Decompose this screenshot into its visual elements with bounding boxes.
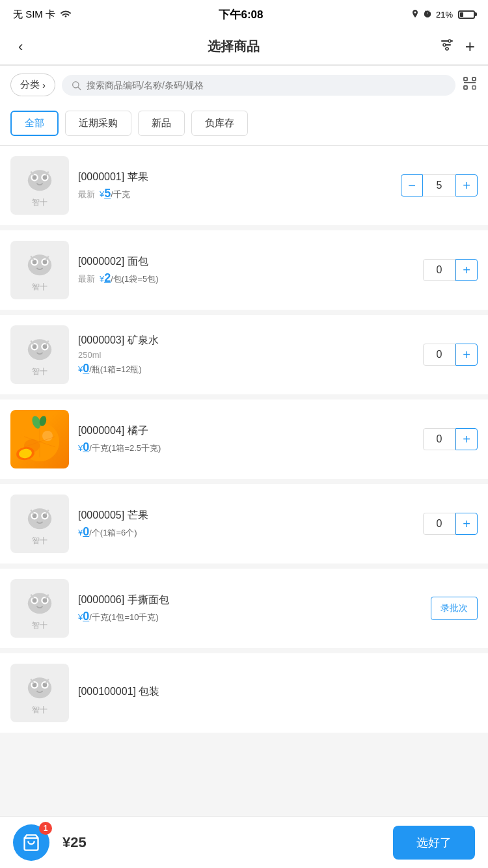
bottom-bar: 1 ¥25 选好了 (0, 816, 488, 868)
alarm-icon (423, 10, 432, 19)
battery-icon (458, 10, 475, 19)
qty-input-0000003[interactable] (423, 344, 455, 366)
search-input[interactable] (87, 80, 446, 90)
tab-negative[interactable]: 负库存 (191, 111, 248, 136)
brand-text-6: 智十 (32, 620, 47, 631)
owl-icon (23, 163, 56, 195)
qty-minus-0000001[interactable]: − (401, 174, 423, 197)
cart-button[interactable]: 1 (13, 824, 49, 861)
nav-right-buttons: + (439, 36, 475, 57)
qty-control-0000004: + (423, 428, 478, 450)
svg-point-1 (443, 44, 446, 46)
qty-input-0000001[interactable] (423, 174, 455, 197)
add-button[interactable]: + (465, 36, 475, 57)
svg-rect-5 (464, 77, 467, 81)
owl-icon-6 (23, 586, 56, 618)
product-name-000100001: [000100001] 包装 (78, 685, 478, 699)
brand-text-3: 智十 (32, 366, 47, 377)
product-info-0000006: [0000006] 手撕面包 ¥0/千克(1包=10千克) (78, 593, 422, 623)
brand-text-7: 智十 (32, 705, 47, 716)
product-image-0000004 (10, 410, 69, 468)
product-image-0000003: 智十 (10, 325, 69, 384)
product-info-0000005: [0000005] 芒果 ¥0/个(1箱=6个) (78, 509, 414, 539)
category-chevron: › (42, 79, 46, 90)
product-image-0000006: 智十 (10, 579, 69, 638)
product-price-0000002: 最新 ¥2/包(1袋=5包) (78, 271, 414, 285)
status-right: 21% (411, 10, 475, 20)
batch-button-0000006[interactable]: 录批次 (431, 597, 478, 620)
product-name-0000001: [0000001] 苹果 (78, 170, 392, 184)
product-info-0000004: [0000004] 橘子 ¥0/千克(1箱=2.5千克) (78, 424, 414, 454)
scan-button[interactable] (462, 75, 478, 94)
orange-image (14, 413, 66, 465)
product-price-0000004: ¥0/千克(1箱=2.5千克) (78, 441, 414, 454)
product-name-0000002: [0000002] 面包 (78, 255, 414, 269)
svg-line-4 (78, 87, 81, 90)
product-name-0000005: [0000005] 芒果 (78, 509, 414, 522)
battery-fill (460, 12, 463, 17)
svg-point-31 (42, 431, 53, 441)
product-spec-0000003: 250ml (78, 350, 414, 360)
product-item-0000005: 智十 [0000005] 芒果 ¥0/个(1箱=6个) + (0, 484, 488, 569)
tab-new[interactable]: 新品 (138, 111, 185, 136)
filter-button[interactable] (439, 37, 455, 57)
qty-plus-0000005[interactable]: + (455, 513, 478, 535)
scan-icon (462, 75, 478, 91)
qty-control-0000005: + (423, 513, 478, 535)
product-price-0000003: ¥0/瓶(1箱=12瓶) (78, 362, 414, 375)
svg-point-2 (446, 47, 448, 50)
total-price: ¥25 (62, 834, 380, 851)
qty-control-0000003: + (423, 344, 478, 366)
owl-placeholder-7: 智十 (23, 670, 56, 716)
product-item-0000003: 智十 [0000003] 矿泉水 250ml ¥0/瓶(1箱=12瓶) + (0, 315, 488, 400)
qty-input-0000005[interactable] (423, 513, 455, 535)
product-info-0000002: [0000002] 面包 最新 ¥2/包(1袋=5包) (78, 255, 414, 285)
product-item-0000004: [0000004] 橘子 ¥0/千克(1箱=2.5千克) + (0, 400, 488, 484)
owl-placeholder-2: 智十 (23, 247, 56, 293)
location-icon (411, 10, 419, 19)
product-name-0000004: [0000004] 橘子 (78, 424, 414, 438)
confirm-button[interactable]: 选好了 (393, 826, 475, 860)
product-name-0000006: [0000006] 手撕面包 (78, 593, 422, 607)
product-price-0000005: ¥0/个(1箱=6个) (78, 525, 414, 539)
back-button[interactable]: ‹ (13, 33, 28, 61)
category-button[interactable]: 分类 › (10, 74, 55, 96)
filter-row: 分类 › (0, 66, 488, 104)
owl-icon-7 (23, 670, 56, 703)
owl-placeholder-6: 智十 (23, 586, 56, 631)
tab-all[interactable]: 全部 (10, 111, 59, 136)
qty-control-0000001: − + (401, 174, 478, 197)
qty-plus-0000003[interactable]: + (455, 344, 478, 366)
tab-recent[interactable]: 近期采购 (65, 111, 131, 136)
qty-input-0000004[interactable] (423, 428, 455, 450)
product-info-0000001: [0000001] 苹果 最新 ¥5/千克 (78, 170, 392, 200)
product-image-0000002: 智十 (10, 241, 69, 299)
product-price-0000001: 最新 ¥5/千克 (78, 187, 392, 200)
qty-plus-0000001[interactable]: + (455, 174, 478, 197)
wifi-icon (61, 10, 71, 18)
cart-badge: 1 (39, 822, 52, 835)
qty-control-0000002: + (423, 259, 478, 281)
product-price-0000006: ¥0/千克(1包=10千克) (78, 610, 422, 623)
category-label: 分类 (20, 79, 40, 91)
qty-input-0000002[interactable] (423, 259, 455, 281)
product-item-0000006: 智十 [0000006] 手撕面包 ¥0/千克(1包=10千克) 录批次 (0, 569, 488, 653)
status-bar: 无 SIM 卡 下午6:08 21% (0, 0, 488, 29)
status-carrier: 无 SIM 卡 (13, 8, 71, 21)
qty-plus-0000002[interactable]: + (455, 259, 478, 281)
svg-rect-7 (464, 86, 467, 89)
owl-icon-3 (23, 332, 56, 364)
product-image-000100001: 智十 (10, 664, 69, 722)
qty-plus-0000004[interactable]: + (455, 428, 478, 450)
search-icon (71, 80, 81, 90)
brand-text-2: 智十 (32, 282, 47, 293)
tab-row: 全部 近期采购 新品 负库存 (0, 104, 488, 146)
carrier-text: 无 SIM 卡 (13, 8, 55, 21)
product-item-0000002: 智十 [0000002] 面包 最新 ¥2/包(1袋=5包) + (0, 230, 488, 315)
brand-text: 智十 (32, 197, 47, 208)
product-item-000100001: 智十 [000100001] 包装 (0, 653, 488, 738)
product-list: 智十 [0000001] 苹果 最新 ¥5/千克 − + (0, 146, 488, 796)
status-time: 下午6:08 (219, 7, 263, 22)
svg-point-0 (448, 40, 451, 42)
product-info-000100001: [000100001] 包装 (78, 685, 478, 701)
